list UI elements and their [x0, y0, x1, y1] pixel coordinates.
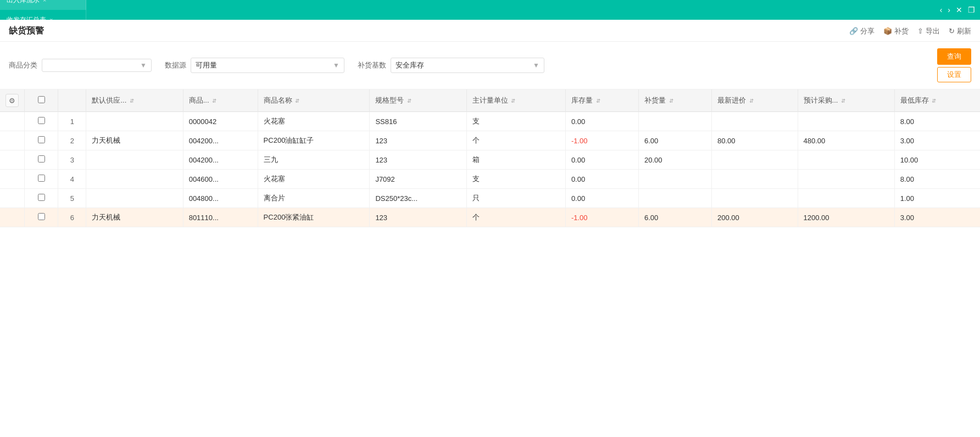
sort-min-stock-icon: ⇵ — [932, 98, 936, 104]
row-replenish-qty-cell: 6.00 — [638, 131, 711, 150]
table-row: 4 004600... 火花塞 J7092 支 0.00 8.00 — [0, 170, 980, 189]
row-checkbox[interactable] — [38, 175, 45, 182]
row-checkbox[interactable] — [38, 117, 45, 124]
share-label: 分享 — [860, 26, 875, 36]
settings-button[interactable]: 设置 — [937, 67, 971, 82]
sort-unit-icon: ⇵ — [511, 98, 515, 104]
share-icon: 🔗 — [849, 27, 858, 35]
row-estimated-purchase-cell — [798, 189, 894, 208]
col-stock-qty[interactable]: 库存量 ⇵ — [565, 89, 638, 112]
sort-product-code-icon: ⇵ — [212, 98, 216, 104]
sort-stock-qty-icon: ⇵ — [596, 98, 600, 104]
row-settings-cell — [0, 131, 25, 150]
nav-tab-receipt-summary[interactable]: 收发存汇总表× — [0, 10, 86, 20]
row-estimated-purchase-cell — [798, 170, 894, 189]
row-unit-cell: 支 — [466, 112, 565, 131]
row-supplier-cell: 力天机械 — [86, 131, 183, 150]
col-latest-price[interactable]: 最新进价 ⇵ — [712, 89, 798, 112]
export-button[interactable]: ⇧ 导出 — [917, 26, 940, 36]
row-latest-price-cell — [712, 150, 798, 170]
row-checkbox[interactable] — [38, 136, 45, 143]
export-label: 导出 — [926, 26, 940, 36]
row-unit-cell: 箱 — [466, 150, 565, 170]
table-row: 5 004800... 离合片 DS250*23c... 只 0.00 1.00 — [0, 189, 980, 208]
col-replenish-qty[interactable]: 补货量 ⇵ — [638, 89, 711, 112]
col-unit[interactable]: 主计量单位 ⇵ — [466, 89, 565, 112]
row-unit-cell: 支 — [466, 170, 565, 189]
row-min-stock-cell: 3.00 — [894, 131, 980, 150]
col-stock-qty-label: 库存量 — [571, 96, 593, 104]
header-actions: 🔗 分享 📦 补货 ⇧ 导出 ↻ 刷新 — [849, 26, 971, 36]
row-estimated-purchase-cell: 480.00 — [798, 131, 894, 150]
row-supplier-cell — [86, 112, 183, 131]
row-replenish-qty-cell — [638, 112, 711, 131]
col-product-code[interactable]: 商品... ⇵ — [183, 89, 258, 112]
row-product-name-cell: PC200油缸缸子 — [258, 131, 370, 150]
sort-product-name-icon: ⇵ — [295, 98, 299, 104]
datasource-select[interactable]: 可用量 ▼ — [191, 58, 344, 73]
data-table: ⚙ 默认供应... ⇵ 商品... ⇵ 商品名称 — [0, 89, 980, 227]
table-row: 6 力天机械 801110... PC200张紧油缸 123 个 -1.00 6… — [0, 208, 980, 227]
replenish-base-label: 补货基数 — [358, 60, 386, 70]
row-settings-cell — [0, 150, 25, 170]
row-estimated-purchase-cell: 1200.00 — [798, 208, 894, 227]
table-body: 1 0000042 火花塞 SS816 支 0.00 8.00 2 力天机械 0… — [0, 112, 980, 227]
nav-fullscreen-button[interactable]: ❐ — [965, 5, 978, 14]
replenish-icon: 📦 — [883, 27, 892, 35]
col-default-supplier[interactable]: 默认供应... ⇵ — [86, 89, 183, 112]
row-spec-cell: 123 — [370, 208, 466, 227]
row-product-name-cell: 三九 — [258, 150, 370, 170]
refresh-button[interactable]: ↻ 刷新 — [949, 26, 971, 36]
select-all-checkbox[interactable] — [38, 96, 45, 103]
col-row-num — [58, 89, 86, 112]
filter-actions: 查询 设置 — [937, 48, 971, 82]
nav-tab-label-inout-flow: 出入库流水 — [7, 0, 40, 5]
row-supplier-cell — [86, 189, 183, 208]
row-settings-cell — [0, 208, 25, 227]
datasource-chevron-icon: ▼ — [333, 61, 339, 69]
sort-spec-icon: ⇵ — [407, 98, 411, 104]
nav-next-button[interactable]: › — [945, 5, 953, 14]
row-spec-cell: SS816 — [370, 112, 466, 131]
col-settings: ⚙ — [0, 89, 25, 112]
row-checkbox[interactable] — [38, 194, 45, 201]
row-replenish-qty-cell: 20.00 — [638, 150, 711, 170]
col-min-stock[interactable]: 最低库存 ⇵ — [894, 89, 980, 112]
nav-close-button[interactable]: ✕ — [953, 5, 965, 14]
sort-estimated-purchase-icon: ⇵ — [841, 98, 845, 104]
row-estimated-purchase-cell — [798, 112, 894, 131]
col-estimated-purchase[interactable]: 预计采购... ⇵ — [798, 89, 894, 112]
nav-prev-button[interactable]: ‹ — [937, 5, 945, 14]
row-latest-price-cell: 80.00 — [712, 131, 798, 150]
nav-tab-close-inout-flow[interactable]: × — [43, 0, 46, 3]
table-row: 1 0000042 火花塞 SS816 支 0.00 8.00 — [0, 112, 980, 131]
row-checkbox[interactable] — [38, 155, 45, 163]
row-checkbox[interactable] — [38, 213, 45, 220]
replenish-button[interactable]: 📦 补货 — [883, 26, 909, 36]
page-title: 缺货预警 — [9, 25, 44, 37]
col-spec[interactable]: 规格型号 ⇵ — [370, 89, 466, 112]
row-min-stock-cell: 8.00 — [894, 170, 980, 189]
replenish-base-select[interactable]: 安全库存 ▼ — [391, 58, 544, 73]
nav-tab-close-receipt-summary[interactable]: × — [49, 16, 53, 20]
row-latest-price-cell: 200.00 — [712, 208, 798, 227]
row-replenish-qty-cell — [638, 170, 711, 189]
col-latest-price-label: 最新进价 — [717, 96, 746, 104]
col-product-name[interactable]: 商品名称 ⇵ — [258, 89, 370, 112]
share-button[interactable]: 🔗 分享 — [849, 26, 875, 36]
sort-default-supplier-icon: ⇵ — [130, 98, 134, 104]
column-settings-icon[interactable]: ⚙ — [5, 94, 19, 107]
row-spec-cell: 123 — [370, 150, 466, 170]
row-product-name-cell: 离合片 — [258, 189, 370, 208]
replenish-base-filter-group: 补货基数 安全库存 ▼ — [358, 58, 544, 73]
top-nav: 首页拣货异常处理×现存量（库存状况表）×现存量（库存分布表）×库存批次账×出入库… — [0, 0, 980, 20]
row-supplier-cell — [86, 150, 183, 170]
nav-tab-inout-flow[interactable]: 出入库流水× — [0, 0, 86, 10]
refresh-label: 刷新 — [957, 26, 971, 36]
sort-replenish-qty-icon: ⇵ — [669, 98, 673, 104]
refresh-icon: ↻ — [949, 27, 955, 35]
row-product-code-cell: 004200... — [183, 131, 258, 150]
row-num-cell: 2 — [58, 131, 86, 150]
category-select[interactable]: ▼ — [42, 59, 152, 72]
query-button[interactable]: 查询 — [937, 48, 971, 65]
